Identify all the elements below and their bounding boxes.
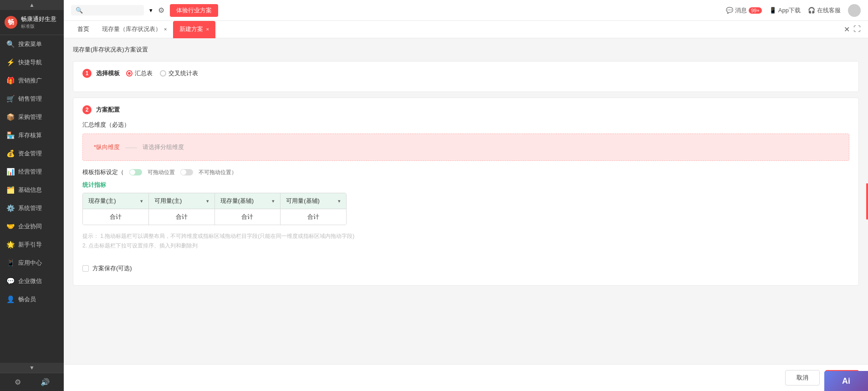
sidebar-item-finance[interactable]: 💰 资金管理 bbox=[0, 144, 64, 163]
sidebar-item-newbie[interactable]: 🌟 新手引导 bbox=[0, 236, 64, 254]
purchase-icon: 📦 bbox=[6, 113, 15, 121]
tips-line1: 提示： 1.拖动标题栏可以调整布局，不可跨维度或指标区域拖动栏目字段(只能在同一… bbox=[82, 232, 849, 240]
topbar-message[interactable]: 💬 消息 99+ bbox=[726, 6, 762, 15]
sidebar-item-apps[interactable]: 📱 应用中心 bbox=[0, 254, 64, 272]
topbar-search-box[interactable]: 🔍 bbox=[71, 5, 144, 15]
sidebar-item-basic[interactable]: 🗂️ 基础信息 bbox=[0, 181, 64, 199]
sidebar-item-operations[interactable]: 📊 经营管理 bbox=[0, 163, 64, 181]
sidebar-scroll-up[interactable]: ▲ bbox=[0, 0, 64, 10]
topbar-avatar[interactable] bbox=[848, 4, 861, 17]
member-icon: 👤 bbox=[6, 295, 15, 304]
stat-col-0-label: 现存量(主) bbox=[88, 197, 116, 205]
sidebar-item-search[interactable]: 🔍 搜索菜单 bbox=[0, 35, 64, 53]
topbar: 🔍 ▾ ⚙ 体验行业方案 💬 消息 99+ 📱 App下载 🎧 在线客服 bbox=[64, 0, 868, 21]
sidebar-audio-icon[interactable]: 🔊 bbox=[41, 378, 50, 386]
stat-title: 统计指标 bbox=[82, 181, 849, 189]
message-icon: 💬 bbox=[726, 7, 733, 14]
stat-col-1-value: 合计 bbox=[149, 209, 215, 225]
stat-col-3-header[interactable]: 可用量(基辅) ▾ bbox=[281, 193, 346, 209]
draggable-toggle[interactable] bbox=[129, 169, 142, 175]
service-icon: 🎧 bbox=[808, 7, 815, 14]
stat-col-2-chevron[interactable]: ▾ bbox=[272, 198, 275, 204]
stat-col-0-header[interactable]: 现存量(主) ▾ bbox=[83, 193, 149, 209]
sidebar-item-shortcuts[interactable]: ⚡ 快捷导航 bbox=[0, 53, 64, 72]
sidebar-item-label: 经营管理 bbox=[18, 168, 42, 176]
stat-col-2-value: 合计 bbox=[215, 209, 281, 225]
sidebar-item-inventory[interactable]: 🏪 库存核算 bbox=[0, 126, 64, 144]
stat-col-1-chevron[interactable]: ▾ bbox=[206, 198, 209, 204]
tabs-right-icons: ✕ ⛶ bbox=[844, 25, 861, 34]
scroll-indicator bbox=[866, 183, 868, 220]
sidebar-item-label: 采购管理 bbox=[18, 113, 42, 121]
indicators-setting-row: 模板指标设定（ 可拖动位置 不可拖动位置） bbox=[82, 168, 849, 176]
stat-table-row: 合计 合计 合计 合计 bbox=[83, 209, 346, 225]
sidebar-item-label: 销售管理 bbox=[18, 95, 42, 103]
stat-col-2-header[interactable]: 现存量(基辅) ▾ bbox=[215, 193, 281, 209]
app-icon: 📱 bbox=[769, 7, 776, 14]
tips-line2: 2. 点击标题栏下拉可设置排序、插入列和删除列 bbox=[82, 242, 849, 250]
tips-box: 提示： 1.拖动标题栏可以调整布局，不可跨维度或指标区域拖动栏目字段(只能在同一… bbox=[82, 232, 849, 250]
sidebar-item-member[interactable]: 👤 畅会员 bbox=[0, 290, 64, 309]
stat-col-3-chevron[interactable]: ▾ bbox=[338, 198, 341, 204]
contract-icon: 🤝 bbox=[6, 222, 15, 231]
topbar-chevron-icon[interactable]: ▾ bbox=[149, 7, 153, 14]
toggle2-label: 不可拖动位置） bbox=[199, 169, 237, 176]
marketing-icon: 🎁 bbox=[6, 77, 15, 85]
inventory-icon: 🏪 bbox=[6, 131, 15, 139]
step1-number: 1 bbox=[82, 69, 92, 78]
tab-close-icon[interactable]: ✕ bbox=[844, 25, 850, 34]
stat-col-3-value: 合计 bbox=[281, 209, 346, 225]
search-input[interactable] bbox=[86, 7, 131, 14]
ai-fab-button[interactable]: Ai bbox=[824, 371, 868, 391]
tabs-bar: 首页 现存量（库存状况表） × 新建方案 × ✕ ⛶ bbox=[64, 21, 868, 38]
tab-expand-icon[interactable]: ⛶ bbox=[853, 25, 861, 34]
radio-summary-label: 汇总表 bbox=[135, 69, 153, 77]
sidebar-item-marketing[interactable]: 🎁 营销推广 bbox=[0, 72, 64, 90]
stat-col-0-chevron[interactable]: ▾ bbox=[140, 198, 143, 204]
sidebar-logo-icon: 畅 bbox=[5, 16, 17, 29]
dimension-separator: —— bbox=[125, 144, 137, 151]
radio-cross[interactable]: 交叉统计表 bbox=[160, 69, 198, 77]
save-checkbox-row: 方案保存(可选) bbox=[82, 259, 849, 278]
sidebar-item-purchase[interactable]: 📦 采购管理 bbox=[0, 108, 64, 126]
sidebar-item-contract[interactable]: 🤝 企业协同 bbox=[0, 217, 64, 236]
trial-industry-button[interactable]: 体验行业方案 bbox=[170, 4, 218, 17]
stat-col-3-label: 可用量(基辅) bbox=[286, 197, 320, 205]
tab-home[interactable]: 首页 bbox=[71, 21, 96, 38]
new-scheme-tab-close[interactable]: × bbox=[206, 26, 209, 32]
inventory-tab-label: 现存量（库存状况表） bbox=[102, 25, 161, 33]
topbar-service[interactable]: 🎧 在线客服 bbox=[808, 6, 841, 15]
inventory-tab-close[interactable]: × bbox=[164, 26, 167, 32]
sidebar-settings-icon[interactable]: ⚙ bbox=[15, 378, 21, 386]
tab-new-scheme[interactable]: 新建方案 × bbox=[173, 21, 215, 38]
step2-header: 2 方案配置 bbox=[82, 105, 849, 114]
tab-inventory-status[interactable]: 现存量（库存状况表） × bbox=[96, 21, 173, 38]
topbar-gear-icon[interactable]: ⚙ bbox=[158, 6, 164, 15]
sidebar-item-system[interactable]: ⚙️ 系统管理 bbox=[0, 199, 64, 217]
home-tab-label: 首页 bbox=[77, 25, 89, 33]
non-draggable-toggle[interactable] bbox=[180, 169, 193, 175]
sidebar-scroll-down[interactable]: ▼ bbox=[0, 363, 64, 373]
stat-col-1-header[interactable]: 可用量(主) ▾ bbox=[149, 193, 215, 209]
cancel-button[interactable]: 取消 bbox=[785, 370, 820, 386]
toggle1-label: 可拖动位置 bbox=[148, 169, 175, 176]
topbar-right: 💬 消息 99+ 📱 App下载 🎧 在线客服 bbox=[726, 4, 861, 17]
dimension-required-box[interactable]: *纵向维度 —— 请选择分组维度 bbox=[82, 134, 849, 161]
dimension-label: 汇总维度（必选） bbox=[82, 121, 849, 129]
search-icon: 🔍 bbox=[6, 40, 15, 48]
sidebar-item-sales[interactable]: 🛒 销售管理 bbox=[0, 90, 64, 108]
main-area: 🔍 ▾ ⚙ 体验行业方案 💬 消息 99+ 📱 App下载 🎧 在线客服 bbox=[64, 0, 868, 391]
sidebar-item-wechat[interactable]: 💬 企业微信 bbox=[0, 272, 64, 290]
step1-title: 选择模板 bbox=[96, 69, 120, 77]
radio-cross-label: 交叉统计表 bbox=[168, 69, 198, 77]
sidebar-item-label: 库存核算 bbox=[18, 131, 42, 139]
save-scheme-checkbox[interactable] bbox=[82, 265, 89, 272]
sidebar-bottom: ⚙ 🔊 bbox=[0, 373, 64, 391]
radio-summary[interactable]: 汇总表 bbox=[126, 69, 153, 77]
dimension-required-text: *纵向维度 bbox=[94, 143, 120, 151]
shortcuts-icon: ⚡ bbox=[6, 58, 15, 67]
sidebar: ▲ 畅 畅康通好生意 标准版 🔍 搜索菜单 ⚡ 快捷导航 🎁 营销推广 🛒 销售… bbox=[0, 0, 64, 391]
message-badge: 99+ bbox=[749, 7, 762, 14]
finance-icon: 💰 bbox=[6, 149, 15, 158]
topbar-app-download[interactable]: 📱 App下载 bbox=[769, 6, 801, 15]
